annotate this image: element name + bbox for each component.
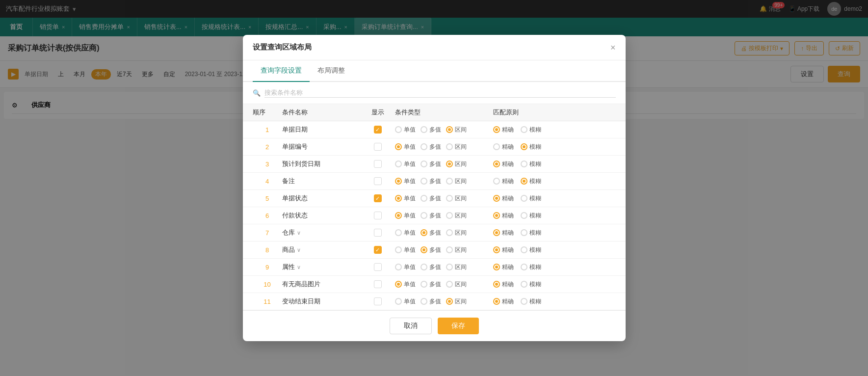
- display-checkbox[interactable]: [374, 229, 382, 237]
- row-display[interactable]: [361, 126, 395, 134]
- type-radio-item[interactable]: 多值: [421, 246, 441, 254]
- row-display[interactable]: [361, 280, 395, 288]
- type-radio-item[interactable]: 单值: [395, 280, 416, 289]
- type-radio-item[interactable]: 区间: [446, 194, 467, 203]
- type-radio-item[interactable]: 区间: [446, 280, 467, 289]
- type-radio-item[interactable]: 区间: [446, 212, 467, 220]
- display-checkbox[interactable]: [374, 143, 382, 151]
- match-radio-item[interactable]: 模糊: [521, 177, 541, 186]
- row-display[interactable]: [361, 263, 395, 271]
- radio-circle: [521, 246, 527, 253]
- row-display[interactable]: [361, 212, 395, 219]
- match-radio-item[interactable]: 模糊: [521, 229, 541, 237]
- type-radio-item[interactable]: 单值: [395, 229, 416, 237]
- modal-tab-layout-adjust[interactable]: 布局调整: [310, 60, 353, 82]
- match-radio-item[interactable]: 精确: [493, 229, 514, 237]
- match-radio-item[interactable]: 模糊: [521, 194, 541, 203]
- type-radio-item[interactable]: 多值: [421, 126, 441, 134]
- type-radio-item[interactable]: 区间: [446, 177, 467, 186]
- match-radio-item[interactable]: 精确: [493, 126, 514, 134]
- type-radio-item[interactable]: 单值: [395, 143, 416, 151]
- match-radio-item[interactable]: 模糊: [521, 297, 541, 306]
- match-radio-item[interactable]: 模糊: [521, 263, 541, 271]
- type-radio-item[interactable]: 多值: [421, 194, 441, 203]
- radio-circle: [521, 212, 527, 219]
- type-radio-item[interactable]: 单值: [395, 297, 416, 306]
- type-radio-item[interactable]: 区间: [446, 263, 467, 271]
- expand-icon[interactable]: ∨: [297, 264, 301, 270]
- table-row: 9 属性 ∨ 单值 多值 区间 精确: [243, 259, 626, 276]
- match-radio-item[interactable]: 精确: [493, 194, 514, 203]
- match-radio-item[interactable]: 模糊: [521, 212, 541, 220]
- modal-tab-field-settings[interactable]: 查询字段设置: [253, 60, 310, 82]
- type-radio-item[interactable]: 区间: [446, 229, 467, 237]
- row-display[interactable]: [361, 143, 395, 151]
- match-radio-item[interactable]: 精确: [493, 280, 514, 289]
- match-radio-item[interactable]: 精确: [493, 160, 514, 168]
- display-checkbox[interactable]: [374, 160, 382, 168]
- row-display[interactable]: [361, 160, 395, 168]
- radio-label: 单值: [404, 194, 416, 203]
- type-radio-item[interactable]: 多值: [421, 177, 441, 186]
- radio-label: 单值: [404, 280, 416, 289]
- type-radio-group: 单值 多值 区间: [395, 263, 493, 271]
- row-display[interactable]: [361, 297, 395, 305]
- display-checkbox[interactable]: [374, 263, 382, 271]
- type-radio-group: 单值 多值 区间: [395, 246, 493, 254]
- type-radio-item[interactable]: 多值: [421, 263, 441, 271]
- display-checkbox[interactable]: [374, 194, 382, 202]
- display-checkbox[interactable]: [374, 126, 382, 134]
- match-radio-item[interactable]: 精确: [493, 263, 514, 271]
- match-radio-item[interactable]: 精确: [493, 212, 514, 220]
- radio-circle: [395, 178, 402, 185]
- expand-icon[interactable]: ∨: [297, 230, 301, 236]
- type-radio-item[interactable]: 单值: [395, 177, 416, 186]
- type-radio-item[interactable]: 多值: [421, 229, 441, 237]
- match-radio-item[interactable]: 精确: [493, 143, 514, 151]
- type-radio-item[interactable]: 单值: [395, 194, 416, 203]
- display-checkbox[interactable]: [374, 212, 382, 219]
- type-radio-item[interactable]: 区间: [446, 160, 467, 168]
- type-radio-item[interactable]: 单值: [395, 263, 416, 271]
- match-radio-item[interactable]: 模糊: [521, 160, 541, 168]
- row-display[interactable]: [361, 229, 395, 237]
- display-checkbox[interactable]: [374, 177, 382, 185]
- match-radio-item[interactable]: 精确: [493, 177, 514, 186]
- row-display[interactable]: [361, 246, 395, 254]
- type-radio-item[interactable]: 多值: [421, 143, 441, 151]
- type-radio-item[interactable]: 区间: [446, 126, 467, 134]
- display-checkbox[interactable]: [374, 297, 382, 305]
- table-row: 3 预计到货日期 单值 多值 区间 精确: [243, 156, 626, 173]
- save-btn[interactable]: 保存: [438, 318, 479, 334]
- type-radio-item[interactable]: 多值: [421, 212, 441, 220]
- row-name: 单据日期: [282, 125, 361, 134]
- search-input[interactable]: [264, 88, 616, 98]
- display-checkbox[interactable]: [374, 246, 382, 254]
- type-radio-item[interactable]: 区间: [446, 143, 467, 151]
- match-radio-item[interactable]: 模糊: [521, 246, 541, 254]
- row-display[interactable]: [361, 194, 395, 202]
- type-radio-item[interactable]: 多值: [421, 280, 441, 289]
- cancel-btn[interactable]: 取消: [390, 318, 432, 334]
- expand-icon[interactable]: ∨: [297, 247, 301, 253]
- type-radio-item[interactable]: 多值: [421, 297, 441, 306]
- display-checkbox[interactable]: [374, 280, 382, 288]
- row-display[interactable]: [361, 177, 395, 185]
- match-radio-group: 精确 模糊: [493, 126, 591, 134]
- radio-circle: [446, 195, 453, 202]
- match-radio-item[interactable]: 模糊: [521, 280, 541, 289]
- radio-label: 区间: [455, 246, 467, 254]
- modal-close-btn[interactable]: ×: [610, 43, 616, 52]
- match-radio-item[interactable]: 模糊: [521, 143, 541, 151]
- match-radio-item[interactable]: 精确: [493, 297, 514, 306]
- type-radio-item[interactable]: 区间: [446, 297, 467, 306]
- radio-label: 模糊: [529, 177, 541, 186]
- type-radio-item[interactable]: 多值: [421, 160, 441, 168]
- type-radio-item[interactable]: 单值: [395, 126, 416, 134]
- type-radio-item[interactable]: 单值: [395, 160, 416, 168]
- type-radio-item[interactable]: 单值: [395, 212, 416, 220]
- match-radio-item[interactable]: 精确: [493, 246, 514, 254]
- type-radio-item[interactable]: 单值: [395, 246, 416, 254]
- match-radio-item[interactable]: 模糊: [521, 126, 541, 134]
- type-radio-item[interactable]: 区间: [446, 246, 467, 254]
